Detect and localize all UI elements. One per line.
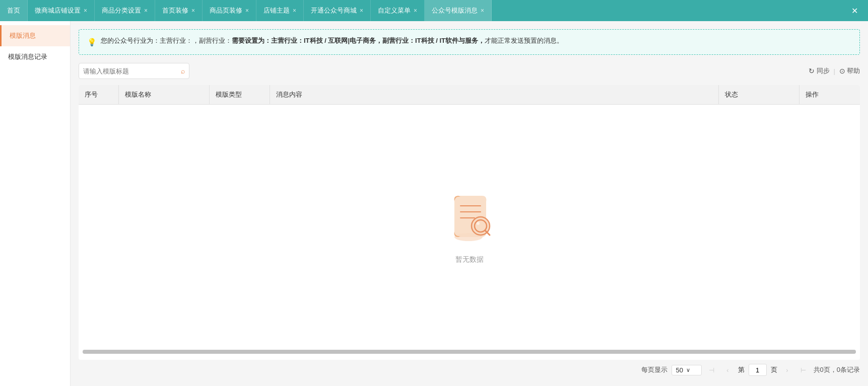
page-number-input[interactable] [749,364,767,376]
tab-close-store-theme[interactable]: × [293,7,296,14]
tab-close-custom-menu[interactable]: × [414,7,417,14]
sidebar-item-template-message[interactable]: 模版消息 [0,25,70,46]
tab-home-decor[interactable]: 首页装修× [155,0,203,21]
tab-wechat-shop[interactable]: 微商城店铺设置× [28,0,95,21]
next-page-button[interactable]: › [781,364,793,376]
notice-suffix: 才能正常发送预置的消息。 [485,37,563,44]
tab-close-home-decor[interactable]: × [191,7,195,14]
scrollbar-area [79,346,860,360]
svg-point-7 [477,222,480,225]
col-seq: 序号 [79,85,119,104]
tab-store-theme[interactable]: 店铺主题× [256,0,304,21]
window-close-button[interactable]: ✕ [847,4,862,18]
pagination-row: 每页显示 50 ∨ ⊣ ‹ 第 页 › ⊢ 共0页，0条记录 [79,360,860,378]
main-layout: 模版消息模版消息记录 💡 您的公众号行业为：主营行业：，副营行业：需要设置为：主… [0,21,868,386]
notice-icon: 💡 [87,36,97,48]
tab-close-open-mall[interactable]: × [360,7,363,14]
content-area: 💡 您的公众号行业为：主营行业：，副营行业：需要设置为：主营行业：IT科技 / … [71,21,868,386]
sidebar-item-template-message-record[interactable]: 模版消息记录 [0,46,70,67]
sync-label: 同步 [817,66,830,75]
per-page-label: 每页显示 [641,365,667,374]
tab-home[interactable]: 首页 [0,0,28,21]
notice-highlight: 需要设置为：主营行业：IT科技 / 互联网|电子商务，副营行业：IT科技 / I… [232,37,485,44]
col-status: 状态 [719,85,799,104]
tab-close-template-msg[interactable]: × [481,7,484,14]
help-button[interactable]: ⊙ 帮助 [839,66,860,75]
page-label-before: 第 [738,365,745,374]
tab-open-mall[interactable]: 开通公众号商城× [304,0,371,21]
search-row: ⌕ ↻ 同步 | ⊙ 帮助 [79,63,860,79]
col-action: 操作 [799,85,860,104]
tab-close-product-decor[interactable]: × [245,7,249,14]
empty-illustration [439,187,500,247]
scrollbar-thumb[interactable] [83,350,856,354]
sidebar: 模版消息模版消息记录 [0,21,71,386]
sync-icon: ↻ [809,67,815,75]
help-icon: ⊙ [839,67,845,75]
tab-close-product-category[interactable]: × [144,7,148,14]
help-label: 帮助 [847,66,860,75]
table-wrapper: 序号 模版名称 模版类型 消息内容 状态 操作 [79,85,860,360]
search-icon[interactable]: ⌕ [181,67,185,75]
col-template-name: 模版名称 [119,85,210,104]
empty-text: 暂无数据 [455,255,484,264]
tab-close-wechat-shop[interactable]: × [84,7,87,14]
notice-prefix: 您的公众号行业为：主营行业：，副营行业： [101,37,232,44]
sync-button[interactable]: ↻ 同步 [809,66,830,75]
toolbar-right: ↻ 同步 | ⊙ 帮助 [809,66,860,75]
notice-banner: 💡 您的公众号行业为：主营行业：，副营行业：需要设置为：主营行业：IT科技 / … [79,29,860,55]
table-header: 序号 模版名称 模版类型 消息内容 状态 操作 [79,85,860,105]
toolbar-divider: | [834,67,835,75]
per-page-select[interactable]: 50 ∨ [672,365,702,375]
tab-custom-menu[interactable]: 自定义菜单× [371,0,425,21]
notice-text: 您的公众号行业为：主营行业：，副营行业：需要设置为：主营行业：IT科技 / 互联… [101,36,851,46]
last-page-button[interactable]: ⊢ [797,364,810,376]
per-page-value: 50 [676,366,683,374]
col-template-type: 模版类型 [210,85,270,104]
search-input[interactable] [83,67,181,75]
tab-template-msg[interactable]: 公众号模版消息× [425,0,492,21]
empty-state: 暂无数据 [79,105,860,346]
prev-page-button[interactable]: ‹ [722,364,734,376]
tab-bar: 首页微商城店铺设置×商品分类设置×首页装修×商品页装修×店铺主题×开通公众号商城… [0,0,868,21]
page-label-after: 页 [771,365,777,374]
tab-product-decor[interactable]: 商品页装修× [203,0,256,21]
search-box[interactable]: ⌕ [79,63,189,79]
col-message-content: 消息内容 [270,85,719,104]
total-info: 共0页，0条记录 [814,365,860,374]
window-controls: ✕ [847,4,868,18]
horizontal-scrollbar[interactable] [83,350,856,354]
per-page-chevron: ∨ [686,367,690,373]
first-page-button[interactable]: ⊣ [706,364,718,376]
tab-product-category[interactable]: 商品分类设置× [95,0,155,21]
